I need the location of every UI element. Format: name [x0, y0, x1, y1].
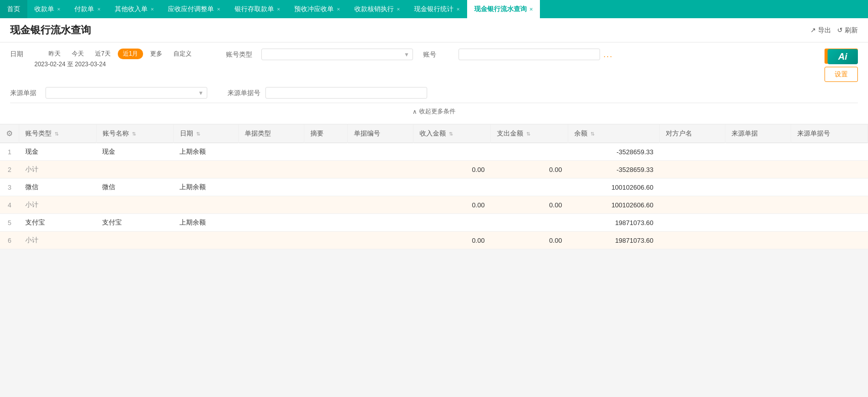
table-row[interactable]: 4 小计 0.00 0.00 100102606.60 — [0, 196, 868, 214]
nav-close-icon[interactable]: × — [57, 6, 60, 12]
col-balance[interactable]: 余额 ⇅ — [568, 124, 660, 143]
source-doc-select[interactable]: ▾ — [45, 87, 207, 99]
cell-account-type: 支付宝 — [19, 214, 97, 232]
account-dots-btn[interactable]: ... — [603, 50, 613, 59]
nav-tab-shoukuanhexiao[interactable]: 收款核销执行 × — [347, 0, 407, 18]
table-row[interactable]: 2 小计 0.00 0.00 -3528659.33 — [0, 161, 868, 179]
date-btn-more[interactable]: 更多 — [146, 49, 166, 59]
date-btn-today[interactable]: 今天 — [68, 49, 88, 59]
collapse-section: ∧ 收起更多条件 — [10, 105, 858, 118]
cell-balance: 19871073.60 — [568, 232, 660, 249]
main-table: ⚙ 账号类型 ⇅ 账号名称 ⇅ 日期 ⇅ 单据类型 摘要 — [0, 124, 868, 249]
cell-counter-party — [660, 196, 725, 214]
nav-close-icon-active[interactable]: × — [530, 6, 533, 12]
col-expense[interactable]: 支出金额 ⇅ — [491, 124, 568, 143]
date-btn-yesterday[interactable]: 昨天 — [44, 49, 65, 59]
export-button[interactable]: ↗ 导出 — [810, 26, 831, 35]
nav-close-icon[interactable]: × — [151, 6, 154, 12]
cell-expense — [491, 214, 568, 232]
table-row[interactable]: 3 微信 微信 上期余额 100102606.60 — [0, 179, 868, 196]
sort-icon-income: ⇅ — [449, 131, 453, 137]
nav-close-icon[interactable]: × — [97, 6, 100, 12]
cell-source-doc-num — [791, 214, 867, 232]
col-income[interactable]: 收入金额 ⇅ — [414, 124, 491, 143]
account-input[interactable] — [459, 49, 600, 60]
cell-account-name: 微信 — [96, 179, 173, 196]
cell-doc-num — [348, 196, 414, 214]
settings-button[interactable]: 设置 — [825, 67, 858, 82]
sort-icon-account-name: ⇅ — [132, 131, 136, 137]
row-num: 3 — [0, 179, 19, 196]
cell-counter-party — [660, 143, 725, 161]
row-num: 5 — [0, 214, 19, 232]
nav-tab-yushouchong[interactable]: 预收冲应收单 × — [287, 0, 347, 18]
nav-tab-label: 付款单 — [74, 5, 94, 14]
col-summary-label: 摘要 — [310, 129, 324, 137]
page-header: 现金银行流水查询 ↗ 导出 ↺ 刷新 — [0, 18, 868, 42]
cell-source-doc — [725, 143, 791, 161]
cell-source-doc-num — [791, 196, 867, 214]
cell-expense: 0.00 — [491, 232, 568, 249]
cell-doc-type — [239, 232, 304, 249]
col-source-doc[interactable]: 来源单据 — [725, 124, 791, 143]
nav-tab-label: 预收冲应收单 — [294, 5, 334, 14]
date-btn-1month[interactable]: 近1月 — [118, 49, 144, 59]
nav-tab-xianjinyinhang[interactable]: 现金银行统计 × — [407, 0, 467, 18]
col-doc-type[interactable]: 单据类型 — [239, 124, 304, 143]
col-counter-party-label: 对方户名 — [666, 129, 692, 137]
table-header-row: ⚙ 账号类型 ⇅ 账号名称 ⇅ 日期 ⇅ 单据类型 摘要 — [0, 124, 868, 143]
nav-tab-shoukuandan[interactable]: 收款单 × — [27, 0, 67, 18]
account-label: 账号 — [423, 50, 453, 59]
table-row[interactable]: 5 支付宝 支付宝 上期余额 19871073.60 — [0, 214, 868, 232]
sort-icon-account-type: ⇅ — [55, 131, 59, 137]
col-doc-type-label: 单据类型 — [245, 129, 271, 137]
nav-tab-yinhangcunqu[interactable]: 银行存取款单 × — [227, 0, 287, 18]
cell-account-type: 小计 — [19, 161, 97, 179]
cell-doc-num — [348, 232, 414, 249]
gear-icon[interactable]: ⚙ — [6, 129, 13, 138]
ai-badge[interactable]: Ai — [828, 49, 858, 64]
cell-balance: 19871073.60 — [568, 214, 660, 232]
col-counter-party[interactable]: 对方户名 — [660, 124, 725, 143]
nav-tab-yingshoutiaozheng[interactable]: 应收应付调整单 × — [161, 0, 227, 18]
nav-tab-qitashouru[interactable]: 其他收入单 × — [108, 0, 161, 18]
source-doc-num-label: 来源单据号 — [227, 89, 260, 98]
nav-close-icon[interactable]: × — [217, 6, 220, 12]
date-btn-7days[interactable]: 近7天 — [91, 49, 115, 59]
chevron-down-icon: ▾ — [405, 51, 408, 58]
nav-tab-label: 现金银行统计 — [414, 5, 453, 14]
col-date[interactable]: 日期 ⇅ — [173, 124, 238, 143]
cell-date — [173, 196, 238, 214]
col-account-name[interactable]: 账号名称 ⇅ — [96, 124, 173, 143]
nav-close-icon[interactable]: × — [337, 6, 340, 12]
cell-account-type: 现金 — [19, 143, 97, 161]
table-row[interactable]: 1 现金 现金 上期余额 -3528659.33 — [0, 143, 868, 161]
col-doc-num[interactable]: 单据编号 — [348, 124, 414, 143]
col-settings[interactable]: ⚙ — [0, 124, 19, 143]
cell-source-doc — [725, 214, 791, 232]
col-source-doc-num[interactable]: 来源单据号 — [791, 124, 867, 143]
nav-tab-liushui[interactable]: 现金银行流水查询 × — [467, 0, 540, 18]
cell-counter-party — [660, 232, 725, 249]
nav-tab-fukuandan[interactable]: 付款单 × — [67, 0, 107, 18]
cell-account-type: 微信 — [19, 179, 97, 196]
col-summary[interactable]: 摘要 — [304, 124, 348, 143]
cell-summary — [304, 232, 348, 249]
nav-close-icon[interactable]: × — [456, 6, 460, 12]
account-type-filter: 账号类型 ▾ — [226, 49, 413, 60]
table-row[interactable]: 6 小计 0.00 0.00 19871073.60 — [0, 232, 868, 249]
source-doc-num-input[interactable] — [265, 87, 427, 99]
col-account-type[interactable]: 账号类型 ⇅ — [19, 124, 97, 143]
cell-summary — [304, 143, 348, 161]
collapse-button[interactable]: ∧ 收起更多条件 — [413, 105, 455, 118]
nav-home[interactable]: 首页 — [0, 0, 27, 18]
refresh-button[interactable]: ↺ 刷新 — [837, 26, 858, 35]
nav-close-icon[interactable]: × — [397, 6, 400, 12]
export-icon: ↗ — [810, 26, 816, 34]
date-btn-custom[interactable]: 自定义 — [169, 49, 196, 59]
refresh-icon: ↺ — [837, 26, 843, 34]
account-type-select[interactable]: ▾ — [261, 49, 413, 60]
cell-account-name — [96, 161, 173, 179]
cell-balance: 100102606.60 — [568, 196, 660, 214]
nav-close-icon[interactable]: × — [277, 6, 280, 12]
